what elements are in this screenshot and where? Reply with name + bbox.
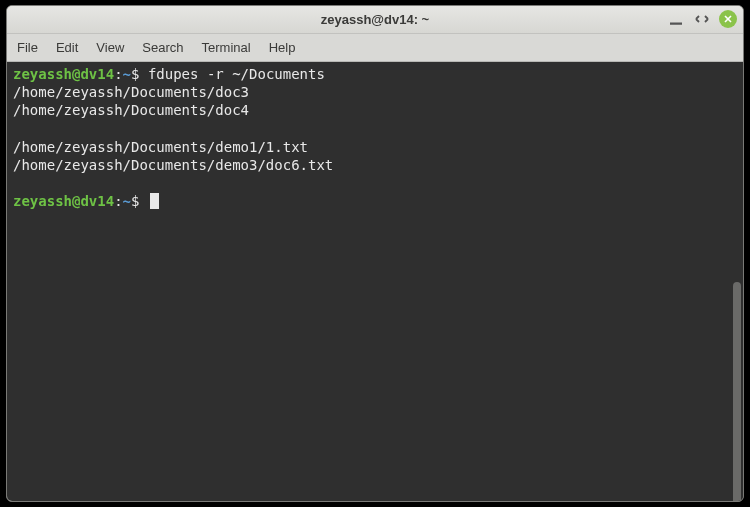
scrollbar[interactable] <box>731 62 743 501</box>
minimize-icon <box>667 10 685 28</box>
titlebar: zeyassh@dv14: ~ <box>7 6 743 34</box>
command-text: fdupes -r ~/Documents <box>148 66 325 82</box>
prompt-path: ~ <box>123 193 131 209</box>
window-controls <box>667 10 737 28</box>
output-line: /home/zeyassh/Documents/demo3/doc6.txt <box>13 157 333 173</box>
maximize-icon <box>693 10 711 28</box>
prompt-colon: : <box>114 193 122 209</box>
prompt-user-host: zeyassh@dv14 <box>13 193 114 209</box>
output-line: /home/zeyassh/Documents/doc4 <box>13 102 249 118</box>
terminal-content[interactable]: zeyassh@dv14:~$ fdupes -r ~/Documents /h… <box>7 62 731 501</box>
prompt-dollar: $ <box>131 66 139 82</box>
window-title: zeyassh@dv14: ~ <box>321 12 429 27</box>
close-button[interactable] <box>719 10 737 28</box>
menu-terminal[interactable]: Terminal <box>202 40 251 55</box>
terminal-window: zeyassh@dv14: ~ File Edit View Searc <box>6 5 744 502</box>
prompt-path: ~ <box>123 66 131 82</box>
menubar: File Edit View Search Terminal Help <box>7 34 743 62</box>
prompt-colon: : <box>114 66 122 82</box>
scrollbar-thumb[interactable] <box>733 282 741 502</box>
menu-edit[interactable]: Edit <box>56 40 78 55</box>
menu-file[interactable]: File <box>17 40 38 55</box>
output-line: /home/zeyassh/Documents/doc3 <box>13 84 249 100</box>
terminal-area[interactable]: zeyassh@dv14:~$ fdupes -r ~/Documents /h… <box>7 62 743 501</box>
maximize-button[interactable] <box>693 10 711 28</box>
output-line: /home/zeyassh/Documents/demo1/1.txt <box>13 139 308 155</box>
close-icon <box>723 14 733 24</box>
minimize-button[interactable] <box>667 10 685 28</box>
cursor <box>150 193 159 209</box>
menu-help[interactable]: Help <box>269 40 296 55</box>
menu-view[interactable]: View <box>96 40 124 55</box>
prompt-dollar: $ <box>131 193 139 209</box>
menu-search[interactable]: Search <box>142 40 183 55</box>
prompt-user-host: zeyassh@dv14 <box>13 66 114 82</box>
